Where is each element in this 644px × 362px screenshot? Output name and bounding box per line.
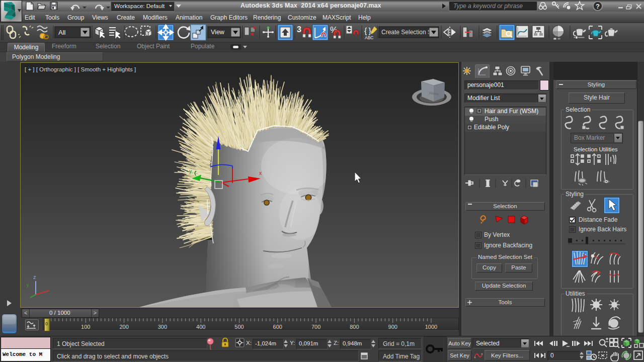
svg-text:600: 600: [273, 324, 282, 330]
svg-text:y: y: [27, 283, 29, 288]
svg-text:y: y: [189, 168, 192, 174]
svg-text:1000: 1000: [425, 324, 437, 330]
svg-text:View: View: [211, 29, 225, 36]
svg-text:100: 100: [81, 324, 90, 330]
svg-text:300: 300: [158, 324, 167, 330]
svg-text:ABC: ABC: [365, 35, 373, 40]
svg-text:500: 500: [234, 324, 244, 330]
svg-text:400: 400: [196, 324, 205, 330]
svg-text:900: 900: [388, 324, 397, 330]
svg-text:z: z: [216, 127, 219, 133]
svg-text:3: 3: [297, 25, 301, 34]
svg-text:z: z: [33, 274, 36, 280]
svg-text:200: 200: [119, 324, 128, 330]
svg-text:All: All: [58, 29, 66, 36]
svg-text:x: x: [259, 170, 262, 176]
svg-text:800: 800: [350, 324, 359, 330]
svg-text:[ + ] [ Orthographic ] [ Smoot: [ + ] [ Orthographic ] [ Smooth + Highli…: [25, 66, 136, 72]
svg-text:700: 700: [311, 324, 320, 330]
svg-text:?: ?: [596, 3, 600, 10]
svg-text:Create Selection Se: Create Selection Se: [381, 29, 435, 36]
